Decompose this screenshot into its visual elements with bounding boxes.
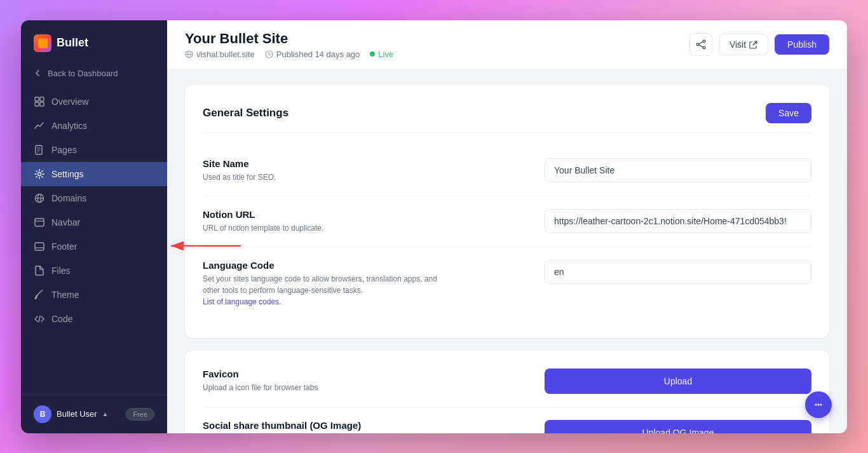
general-settings-header: General Settings Save <box>203 103 811 133</box>
svg-point-30 <box>818 403 820 405</box>
language-code-label: Language Code <box>203 260 444 271</box>
notion-url-label: Notion URL <box>203 209 444 220</box>
svg-rect-0 <box>35 97 39 101</box>
svg-point-24 <box>696 43 699 46</box>
user-info[interactable]: B Bullet User ▲ <box>34 405 108 423</box>
svg-point-29 <box>815 403 817 405</box>
sidebar-item-footer[interactable]: Footer <box>21 234 167 259</box>
notion-url-control <box>545 209 811 233</box>
logo-text: Bullet <box>57 36 88 50</box>
site-name-control <box>545 158 811 182</box>
logo-icon: 🟧 <box>34 34 51 52</box>
user-name: Bullet User <box>57 409 97 419</box>
sidebar-footer: B Bullet User ▲ Free <box>21 395 167 433</box>
published-meta: Published 14 days ago <box>265 50 360 59</box>
language-code-control <box>545 260 811 284</box>
notion-url-label-group: Notion URL URL of notion template to dup… <box>203 209 444 234</box>
general-settings-title: General Settings <box>203 107 288 119</box>
sidebar-item-navbar[interactable]: Navbar <box>21 210 167 234</box>
back-to-dashboard-link[interactable]: Back to Dashboard <box>21 64 167 87</box>
navbar-icon <box>34 217 45 228</box>
domains-icon <box>34 193 45 204</box>
sidebar-item-label: Navbar <box>51 217 80 227</box>
language-codes-link[interactable]: List of language codes. <box>203 297 281 306</box>
live-text: Live <box>378 50 393 59</box>
site-title: Your Bullet Site <box>185 30 393 47</box>
site-name-label: Site Name <box>203 158 444 169</box>
plan-badge: Free <box>126 408 154 421</box>
overview-icon <box>34 96 45 107</box>
og-image-upload-button[interactable]: Upload OG Image <box>545 420 811 433</box>
settings-icon <box>34 168 45 180</box>
footer-icon <box>34 241 45 252</box>
site-name-label-group: Site Name Used as title for SEO. <box>203 158 444 183</box>
site-url: vishal.bullet.site <box>196 50 255 59</box>
main-content: Your Bullet Site vishal.bullet.site <box>167 20 847 433</box>
site-name-desc: Used as title for SEO. <box>203 172 444 183</box>
favicon-upload-button[interactable]: Upload <box>545 368 811 394</box>
code-icon <box>34 313 45 325</box>
favicon-label-group: Favicon Upload a icon file for browser t… <box>203 368 444 393</box>
published-text: Published 14 days ago <box>276 50 360 59</box>
sidebar-item-theme[interactable]: Theme <box>21 283 167 307</box>
sidebar-item-pages[interactable]: Pages <box>21 138 167 162</box>
svg-rect-1 <box>40 97 44 101</box>
svg-point-25 <box>703 46 705 49</box>
sidebar-item-label: Overview <box>51 97 88 107</box>
publish-button[interactable]: Publish <box>775 34 829 55</box>
svg-rect-12 <box>35 219 44 226</box>
language-code-input[interactable] <box>545 260 811 284</box>
sidebar-item-label: Pages <box>51 145 77 155</box>
sidebar-item-analytics[interactable]: Analytics <box>21 114 167 138</box>
sidebar-item-label: Settings <box>51 169 84 179</box>
sidebar-item-label: Analytics <box>51 121 87 131</box>
favicon-og-card: Favicon Upload a icon file for browser t… <box>185 351 829 433</box>
sidebar-item-label: Footer <box>51 241 77 252</box>
notion-url-desc: URL of notion template to duplicate. <box>203 222 444 234</box>
sidebar-nav: Overview Analytics <box>21 87 167 395</box>
logo: 🟧 Bullet <box>21 20 167 64</box>
site-name-input[interactable] <box>545 158 811 182</box>
user-avatar: B <box>34 405 51 423</box>
favicon-label: Favicon <box>203 368 444 379</box>
og-image-row: Social share thumbnail (OG Image) This i… <box>203 407 811 433</box>
svg-rect-2 <box>35 102 39 106</box>
site-url-meta: vishal.bullet.site <box>185 50 255 59</box>
external-link-icon <box>749 41 757 49</box>
favicon-control: Upload <box>545 368 811 394</box>
theme-icon <box>34 289 45 301</box>
sidebar-item-files[interactable]: Files <box>21 259 167 283</box>
og-image-control: Upload OG Image <box>545 420 811 433</box>
sidebar-item-overview[interactable]: Overview <box>21 90 167 114</box>
svg-line-27 <box>699 45 703 47</box>
svg-line-26 <box>699 42 703 44</box>
svg-line-28 <box>753 41 757 45</box>
header-left: Your Bullet Site vishal.bullet.site <box>185 30 393 59</box>
globe-icon <box>185 50 193 58</box>
live-meta: Live <box>370 50 393 59</box>
favicon-row: Favicon Upload a icon file for browser t… <box>203 368 811 407</box>
chat-bubble[interactable] <box>805 391 832 418</box>
svg-point-8 <box>38 172 41 175</box>
live-dot <box>370 51 375 57</box>
chevron-up-icon: ▲ <box>102 410 109 417</box>
files-icon <box>34 265 45 276</box>
notion-url-input[interactable] <box>545 209 811 233</box>
analytics-icon <box>34 120 45 132</box>
sidebar-item-domains[interactable]: Domains <box>21 186 167 210</box>
share-button[interactable] <box>689 33 712 56</box>
sidebar-item-code[interactable]: Code <box>21 307 167 331</box>
save-button[interactable]: Save <box>766 103 811 123</box>
sidebar-item-settings[interactable]: Settings <box>21 162 167 186</box>
svg-rect-3 <box>40 102 44 106</box>
visit-button[interactable]: Visit <box>719 34 768 55</box>
clock-icon <box>265 50 273 58</box>
sidebar-item-label: Theme <box>51 290 79 300</box>
back-label: Back to Dashboard <box>48 69 118 78</box>
svg-point-23 <box>703 40 705 43</box>
language-code-label-group: Language Code Set your sites language co… <box>203 260 444 308</box>
chat-icon <box>812 398 825 411</box>
language-code-row: Language Code Set your sites language co… <box>203 247 811 320</box>
arrow-left-icon <box>34 69 43 78</box>
svg-rect-14 <box>35 243 44 250</box>
